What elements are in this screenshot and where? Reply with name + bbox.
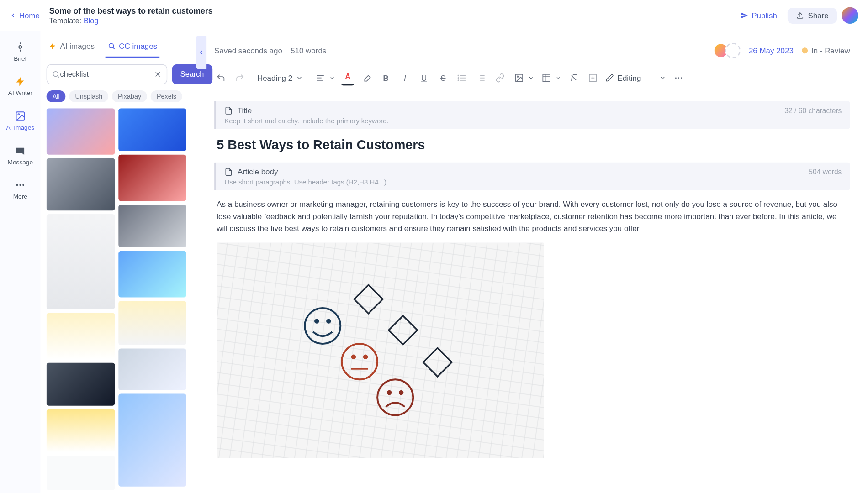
image-icon: [15, 110, 26, 121]
clear-format-icon: [569, 73, 579, 83]
article-paragraph[interactable]: As a business owner or marketing manager…: [217, 199, 847, 235]
filter-all[interactable]: All: [47, 90, 66, 102]
mode-select[interactable]: Editing: [606, 73, 667, 83]
gallery-thumb[interactable]: [47, 313, 115, 359]
word-count: 510 words: [291, 46, 326, 55]
svg-point-7: [18, 114, 19, 115]
chevron-down-icon[interactable]: [528, 75, 534, 81]
tab-ai-images[interactable]: AI images: [47, 37, 97, 58]
add-collaborator[interactable]: [725, 43, 741, 58]
user-avatar[interactable]: [842, 7, 858, 24]
align-button[interactable]: [314, 70, 327, 86]
sidebar-item-message[interactable]: Message: [2, 141, 38, 170]
svg-point-53: [388, 391, 391, 394]
gallery-thumb[interactable]: [47, 108, 115, 155]
gallery-thumb[interactable]: [47, 409, 115, 452]
svg-point-10: [22, 184, 24, 186]
gallery-thumb[interactable]: [118, 108, 186, 151]
share-button[interactable]: Share: [788, 7, 837, 23]
gallery-thumb[interactable]: [118, 394, 186, 487]
bold-button[interactable]: B: [379, 70, 392, 86]
heading-select[interactable]: Heading 2: [252, 71, 308, 85]
gallery-thumb[interactable]: [118, 251, 186, 298]
image-search-input[interactable]: [60, 70, 154, 79]
underline-button[interactable]: U: [418, 70, 431, 86]
clear-format-button[interactable]: [567, 70, 581, 86]
publish-button[interactable]: Publish: [734, 7, 783, 23]
svg-point-38: [678, 77, 679, 79]
svg-point-39: [681, 77, 682, 79]
svg-point-46: [315, 320, 318, 323]
title-char-count: 32 / 60 characters: [784, 106, 842, 115]
home-label: Home: [19, 11, 40, 20]
undo-button[interactable]: [214, 70, 228, 86]
body-word-count: 504 words: [809, 168, 842, 176]
svg-point-54: [400, 391, 403, 394]
collapse-panel-button[interactable]: [196, 36, 206, 69]
chevron-down-icon[interactable]: [556, 75, 561, 81]
gallery-thumb[interactable]: [118, 349, 186, 390]
table-button[interactable]: [540, 70, 553, 86]
doc-date: 26 May 2023: [749, 46, 794, 55]
svg-point-50: [364, 356, 367, 359]
numbered-list-button[interactable]: [475, 70, 488, 86]
tab-cc-images[interactable]: CC images: [105, 37, 159, 58]
filter-unsplash[interactable]: Unsplash: [69, 90, 108, 102]
chevron-down-icon[interactable]: [329, 75, 335, 81]
svg-rect-41: [217, 243, 544, 458]
document-icon: [224, 106, 233, 115]
gallery-thumb[interactable]: [47, 214, 115, 309]
strikethrough-button[interactable]: S: [436, 70, 450, 86]
italic-button[interactable]: I: [398, 70, 412, 86]
document-icon: [224, 168, 233, 176]
plus-square-icon: [588, 73, 598, 83]
gallery-thumb[interactable]: [118, 301, 186, 345]
status-badge[interactable]: In - Review: [802, 46, 850, 55]
insert-image-button[interactable]: [513, 70, 526, 86]
article-title[interactable]: 5 Best Ways to Retain Customers: [217, 137, 847, 153]
bullet-list-button[interactable]: [455, 70, 469, 86]
gallery-thumb[interactable]: [118, 155, 186, 201]
template-link[interactable]: Blog: [84, 16, 99, 25]
editor-area: Saved seconds ago 510 words 26 May 2023 …: [196, 31, 868, 493]
gallery-thumb[interactable]: [118, 205, 186, 247]
filter-pexels[interactable]: Pexels: [151, 90, 182, 102]
page-title: Some of the best ways to retain customer…: [49, 6, 213, 16]
sidebar-item-brief[interactable]: Brief: [2, 37, 38, 67]
sidebar-item-more[interactable]: More: [2, 175, 38, 205]
text-color-button[interactable]: A: [341, 70, 355, 86]
clear-icon[interactable]: [153, 70, 162, 79]
link-button[interactable]: [494, 70, 507, 86]
sidebar-item-ai-images[interactable]: AI Images: [2, 106, 38, 136]
sidebar: Brief AI Writer AI Images Message More: [0, 31, 41, 493]
template-subtitle: Template: Blog: [49, 16, 213, 25]
home-link[interactable]: Home: [10, 11, 40, 20]
svg-point-24: [458, 78, 459, 79]
sidebar-item-ai-writer[interactable]: AI Writer: [2, 71, 38, 101]
image-panel: AI images CC images Search All Unsplash: [41, 31, 196, 493]
saved-status: Saved seconds ago: [214, 46, 282, 55]
upload-icon: [796, 11, 804, 20]
title-hint: Keep it short and catchy. Include the pr…: [224, 117, 842, 125]
filter-pixabay[interactable]: Pixabay: [112, 90, 147, 102]
svg-point-1: [19, 46, 21, 48]
image-gallery[interactable]: [47, 108, 190, 493]
ordered-list-icon: [476, 73, 486, 83]
gallery-thumb[interactable]: [47, 456, 115, 490]
status-dot-icon: [802, 47, 808, 53]
dots-icon: [674, 73, 683, 83]
search-icon: [52, 70, 60, 79]
insert-button[interactable]: [587, 70, 600, 86]
article-image[interactable]: [217, 243, 544, 458]
gallery-thumb[interactable]: [47, 363, 115, 406]
svg-point-25: [458, 80, 459, 81]
svg-point-47: [327, 320, 330, 323]
gallery-thumb[interactable]: [47, 158, 115, 211]
svg-point-11: [109, 43, 113, 48]
highlight-button[interactable]: [360, 70, 374, 86]
redo-button[interactable]: [233, 70, 247, 86]
link-icon: [495, 73, 505, 83]
more-tools-button[interactable]: [672, 70, 685, 86]
topbar: Home Some of the best ways to retain cus…: [0, 0, 868, 31]
collaborator-avatars[interactable]: [717, 43, 741, 58]
